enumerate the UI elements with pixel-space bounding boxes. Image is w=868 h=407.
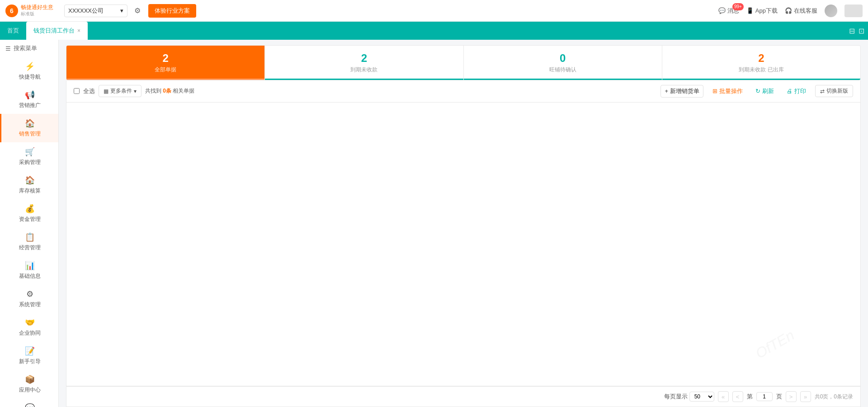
page-prev-button[interactable]: < xyxy=(732,391,743,402)
sidebar-item-enterprise[interactable]: 🤝 企业协同 xyxy=(0,313,58,342)
filter-icon: ▦ xyxy=(104,88,108,94)
stat-card-all[interactable]: 2 全部单据 xyxy=(66,46,265,80)
select-all-checkbox[interactable] xyxy=(74,88,80,94)
sidebar-item-operation[interactable]: 📋 经营管理 xyxy=(0,228,58,256)
refresh-icon: ↻ xyxy=(755,88,760,94)
sidebar-item-sales[interactable]: 🏠 销售管理 xyxy=(0,114,58,142)
stat-label-overdue-out: 到期未收款 已出库 xyxy=(671,66,851,74)
sidebar-label-finance: 资金管理 xyxy=(19,215,41,223)
per-page-label: 每页显示 xyxy=(664,393,688,401)
trial-button[interactable]: 体验行业方案 xyxy=(148,4,196,18)
sidebar-label-app-center: 应用中心 xyxy=(19,386,41,394)
sidebar-item-finance[interactable]: 💰 资金管理 xyxy=(0,199,58,228)
found-text: 共找到 0条 相关单据 xyxy=(145,87,194,95)
tab-close-icon[interactable]: × xyxy=(77,28,80,34)
filter-chevron-icon: ▾ xyxy=(134,88,137,94)
sidebar-label-enterprise: 企业协同 xyxy=(19,329,41,337)
page-next-button[interactable]: > xyxy=(786,391,797,402)
avatar[interactable] xyxy=(825,5,837,17)
online-service-action[interactable]: 🎧 在线客服 xyxy=(785,7,817,15)
app-download-action[interactable]: 📱 App下载 xyxy=(746,7,778,15)
sidebar-item-marketing[interactable]: 📢 营销推广 xyxy=(0,85,58,114)
enterprise-icon: 🤝 xyxy=(25,318,35,327)
stat-num-overdue: 2 xyxy=(274,52,454,65)
stat-label-overdue: 到期未收款 xyxy=(274,66,454,74)
sidebar-label-system: 系统管理 xyxy=(19,301,41,309)
page-input[interactable] xyxy=(756,392,773,401)
avatar-image xyxy=(825,5,837,17)
sidebar-label-marketing: 营销推广 xyxy=(19,102,41,109)
print-label: 打印 xyxy=(794,87,806,95)
sidebar-item-app-center[interactable]: 📦 应用中心 xyxy=(0,370,58,398)
refresh-button[interactable]: ↻ 刷新 xyxy=(752,85,778,97)
batch-icon: ⊞ xyxy=(712,88,717,94)
newbie-icon: 📝 xyxy=(25,346,35,356)
tab-work-bench[interactable]: 钱货日清工作台 × xyxy=(26,22,88,40)
table-area xyxy=(66,103,861,386)
toolbar-left: 全选 ▦ 更多条件 ▾ 共找到 0条 相关单据 xyxy=(74,85,657,97)
sidebar-item-newbie[interactable]: 📝 新手引导 xyxy=(0,342,58,370)
add-sale-order-button[interactable]: + 新增销货单 xyxy=(660,85,703,98)
filter-button[interactable]: ▦ 更多条件 ▾ xyxy=(99,85,142,97)
stat-label-all: 全部单据 xyxy=(75,66,255,74)
stat-label-pending: 旺铺待确认 xyxy=(473,66,653,74)
sidebar-item-system[interactable]: ⚙ 系统管理 xyxy=(0,285,58,313)
sidebar-item-inventory[interactable]: 🏠 库存核算 xyxy=(0,171,58,199)
found-count: 0条 xyxy=(163,88,173,94)
found-prefix: 共找到 xyxy=(145,88,161,94)
stat-card-overdue-out[interactable]: 2 到期未收款 已出库 xyxy=(662,46,860,80)
message-action[interactable]: 💬 消息 99+ xyxy=(718,7,739,15)
page-last-button[interactable]: » xyxy=(800,391,811,402)
tab-home-label: 首页 xyxy=(7,27,19,35)
settings-icon[interactable]: ⚙ xyxy=(130,4,145,18)
sidebar-item-basic-info[interactable]: 📊 基础信息 xyxy=(0,256,58,285)
avatar2[interactable] xyxy=(844,5,863,17)
sidebar-label-inventory: 库存核算 xyxy=(19,187,41,195)
sidebar-label-newbie: 新手引导 xyxy=(19,358,41,365)
top-header: 6 畅捷通好生意 标准版 XXXXXX公司 ▾ ⚙ 体验行业方案 💬 消息 99… xyxy=(0,0,868,22)
main-content: 2 全部单据 2 到期未收款 0 旺铺待确认 2 到期未收款 已出库 xyxy=(59,40,868,407)
add-icon: + xyxy=(665,88,668,94)
switch-label: 切换新版 xyxy=(826,87,848,95)
logo-area: 6 畅捷通好生意 标准版 xyxy=(5,4,64,18)
logo-badge: 标准版 xyxy=(21,11,53,17)
header-right: 💬 消息 99+ 📱 App下载 🎧 在线客服 xyxy=(718,5,863,17)
tab-minimize-icon[interactable]: ⊟ xyxy=(849,27,855,35)
batch-label: 批量操作 xyxy=(719,87,743,95)
sidebar-search[interactable]: ☰ 搜索菜单 xyxy=(0,40,58,57)
sidebar-item-purchase[interactable]: 🛒 采购管理 xyxy=(0,142,58,171)
stat-card-pending[interactable]: 0 旺铺待确认 xyxy=(464,46,662,80)
sidebar-item-wechat[interactable]: 💬 企业微信 xyxy=(0,398,58,407)
tab-maximize-icon[interactable]: ⊡ xyxy=(859,27,864,35)
tab-home[interactable]: 首页 xyxy=(0,22,26,40)
message-badge: 99+ xyxy=(732,3,744,10)
sales-icon: 🏠 xyxy=(25,118,35,128)
page-first-button[interactable]: « xyxy=(718,391,729,402)
basic-info-icon: 📊 xyxy=(25,261,35,271)
switch-new-version-button[interactable]: ⇄ 切换新版 xyxy=(815,85,853,97)
wechat-icon: 💬 xyxy=(25,403,35,407)
operation-icon: 📋 xyxy=(25,232,35,242)
page-suffix: 页 xyxy=(776,393,782,401)
print-button[interactable]: 🖨 打印 xyxy=(783,85,810,97)
app-download-icon: 📱 xyxy=(746,7,754,14)
finance-icon: 💰 xyxy=(25,204,35,214)
sidebar-item-quick-nav[interactable]: ⚡ 快捷导航 xyxy=(0,57,58,85)
company-selector[interactable]: XXXXXX公司 ▾ xyxy=(64,5,127,17)
batch-operation-button[interactable]: ⊞ 批量操作 xyxy=(709,85,746,97)
per-page-select[interactable]: 50 100 200 xyxy=(689,392,714,402)
search-menu-label: 搜索菜单 xyxy=(14,44,37,52)
add-sale-order-label: 新增销货单 xyxy=(670,87,699,95)
sidebar-label-sales: 销售管理 xyxy=(19,130,41,138)
filter-label: 更多条件 xyxy=(110,87,132,95)
chevron-down-icon: ▾ xyxy=(120,7,123,14)
stats-row: 2 全部单据 2 到期未收款 0 旺铺待确认 2 到期未收款 已出库 xyxy=(66,45,861,80)
page-label: 第 xyxy=(747,393,753,401)
message-icon: 💬 xyxy=(718,7,726,14)
stat-num-pending: 0 xyxy=(473,52,653,65)
found-suffix: 相关单据 xyxy=(173,88,194,94)
stat-card-overdue[interactable]: 2 到期未收款 xyxy=(265,46,463,80)
sidebar-label-quick-nav: 快捷导航 xyxy=(19,73,41,81)
total-info: 共0页，0条记录 xyxy=(815,393,853,401)
inventory-icon: 🏠 xyxy=(25,175,35,185)
